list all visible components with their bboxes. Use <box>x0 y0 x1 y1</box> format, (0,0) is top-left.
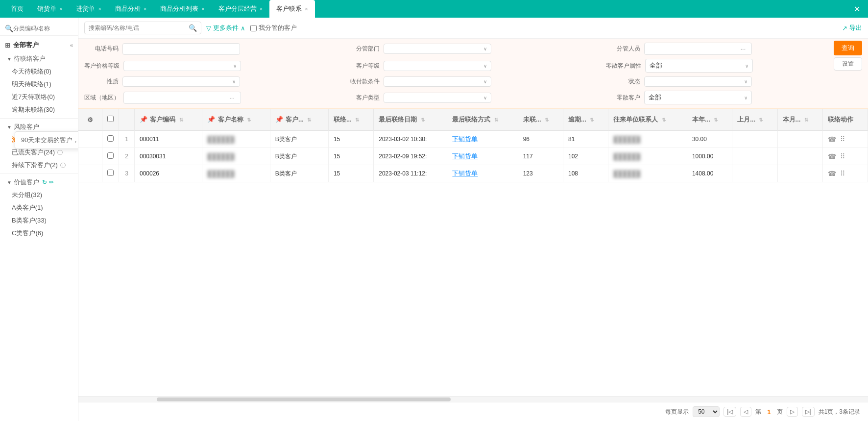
customer-price-grade-select[interactable]: ∨ <box>123 61 241 71</box>
customer-type-select[interactable]: ∨ <box>384 93 491 103</box>
contact-action-icon[interactable]: ☎ <box>828 135 836 143</box>
code-sort-icon[interactable]: ⇅ <box>179 117 183 123</box>
zero-customer-select[interactable]: 全部 ∨ <box>644 91 752 104</box>
code-col-header[interactable]: 📌 客户编码 ⇅ <box>135 109 202 131</box>
contact-col-header[interactable]: 联络... ⇅ <box>328 109 373 131</box>
name-sort-icon[interactable]: ⇅ <box>247 117 251 123</box>
first-page-btn[interactable]: |◁ <box>723 407 736 417</box>
row-checkbox-1[interactable] <box>107 152 114 159</box>
sidebar-item-c-class[interactable]: C类客户(6) <box>0 227 78 240</box>
uc-sort-icon[interactable]: ⇅ <box>545 117 549 123</box>
last-month-col-header[interactable]: 上月... ⇅ <box>732 109 777 131</box>
sidebar-item-today[interactable]: 今天待联络(0) <box>0 65 78 78</box>
tab-purchase-order[interactable]: 进货单 × <box>69 0 108 18</box>
status-select[interactable]: ∨ <box>644 76 752 87</box>
tab-customer-contact-close[interactable]: × <box>305 6 308 12</box>
sidebar-item-unclassified[interactable]: 未分组(32) <box>0 189 78 201</box>
overdue-col-header[interactable]: 逾期... ⇅ <box>563 109 608 131</box>
this-month-col-header[interactable]: 本月... ⇅ <box>777 109 822 131</box>
sidebar-all-customers[interactable]: ⊞ 全部客户 « <box>0 38 78 52</box>
more-action-icon[interactable]: ⠿ <box>840 135 845 143</box>
window-close-button[interactable]: ✕ <box>850 4 864 14</box>
lcm-sort-icon[interactable]: ⇅ <box>494 117 498 123</box>
ty-sort-icon[interactable]: ⇅ <box>714 117 718 123</box>
sidebar-group-pending[interactable]: ▼ 待联络客户 <box>0 52 78 65</box>
manager-dots[interactable]: ··· <box>739 45 748 52</box>
row-checkbox-0[interactable] <box>107 135 114 142</box>
scrollbar-thumb[interactable] <box>157 397 451 401</box>
last-contact-method-link[interactable]: 下销货单 <box>452 135 478 143</box>
filter-search-input[interactable] <box>89 25 187 31</box>
tab-customer-tier-close[interactable]: × <box>260 6 263 12</box>
tab-product-analysis-list[interactable]: 商品分析列表 × <box>153 0 211 18</box>
last-contact-method-cell[interactable]: 下销货单 <box>447 165 518 182</box>
sidebar-item-7days[interactable]: 近7天待联络(0) <box>0 91 78 103</box>
sidebar-item-b-class[interactable]: B类客户(33) <box>0 214 78 227</box>
settings-button[interactable]: 设置 <box>834 57 862 71</box>
value-edit-icon[interactable]: ✏ <box>49 179 54 186</box>
tab-customer-contact[interactable]: 客户联系 × <box>269 0 314 18</box>
lcd-sort-icon[interactable]: ⇅ <box>421 117 425 123</box>
partner-contact-col-header[interactable]: 往来单位联系人 ⇅ <box>608 109 687 131</box>
checkbox-cell[interactable] <box>102 165 119 182</box>
phone-input[interactable] <box>122 43 240 55</box>
query-button[interactable]: 查询 <box>834 41 862 55</box>
checkbox-cell[interactable] <box>102 148 119 165</box>
sidebar-item-a-class[interactable]: A类客户(1) <box>0 201 78 214</box>
sidebar-group-value[interactable]: ▼ 价值客户 ↻ ✏ <box>0 176 78 189</box>
sidebar-item-tomorrow[interactable]: 明天待联络(1) <box>0 78 78 91</box>
tm-sort-icon[interactable]: ⇅ <box>804 117 808 123</box>
type-sort-icon[interactable]: ⇅ <box>307 117 311 123</box>
last-contact-method-cell[interactable]: 下销货单 <box>447 148 518 165</box>
region-select[interactable]: ··· <box>123 92 241 104</box>
type-col-header[interactable]: 📌 客户... ⇅ <box>270 109 328 131</box>
sidebar-item-overdue[interactable]: 逾期未联络(30) <box>0 103 78 116</box>
pc-sort-icon[interactable]: ⇅ <box>662 117 666 123</box>
gender-select[interactable]: ∨ <box>122 76 240 87</box>
manager-select[interactable]: ··· <box>644 43 752 55</box>
contact-action-icon[interactable]: ☎ <box>828 152 836 160</box>
select-all-checkbox[interactable] <box>107 116 114 122</box>
my-customers-checkbox[interactable]: 我分管的客户 <box>250 24 297 32</box>
customer-grade-select[interactable]: ∨ <box>384 61 491 71</box>
table-settings-icon[interactable]: ⚙ <box>83 113 97 126</box>
tab-product-analysis-close[interactable]: × <box>144 6 146 12</box>
tab-product-analysis[interactable]: 商品分析 × <box>108 0 153 18</box>
more-action-icon[interactable]: ⠿ <box>840 152 845 160</box>
filter-more-btn[interactable]: ▽ 更多条件 ∧ <box>206 24 245 32</box>
last-contact-method-cell[interactable]: 下销货单 <box>447 131 518 148</box>
my-customers-check[interactable] <box>250 25 257 31</box>
tab-home[interactable]: 首页 <box>4 0 30 18</box>
value-refresh-icon[interactable]: ↻ <box>42 179 47 186</box>
name-col-header[interactable]: 📌 客户名称 ⇅ <box>202 109 270 131</box>
last-page-btn[interactable]: ▷| <box>802 407 815 417</box>
contact-action-icon[interactable]: ☎ <box>828 170 836 177</box>
filter-search-icon[interactable]: 🔍 <box>189 24 197 32</box>
checkbox-col-header[interactable] <box>102 109 119 131</box>
region-dots[interactable]: ··· <box>227 94 237 101</box>
sidebar-item-declining[interactable]: 持续下滑客户(2) ⓘ <box>0 159 78 172</box>
last-contact-date-col-header[interactable]: 最后联络日期 ⇅ <box>374 109 447 131</box>
more-action-icon[interactable]: ⠿ <box>840 170 845 177</box>
last-contact-method-col-header[interactable]: 最后联络方式 ⇅ <box>447 109 518 131</box>
settings-col-header[interactable]: ⚙ <box>78 109 102 131</box>
dept-select[interactable]: ∨ <box>384 44 491 54</box>
tab-product-analysis-list-close[interactable]: × <box>201 6 204 12</box>
tab-sales-order[interactable]: 销货单 × <box>30 0 69 18</box>
this-year-col-header[interactable]: 本年... ⇅ <box>687 109 732 131</box>
tab-sales-order-close[interactable]: × <box>59 6 62 12</box>
uncontacted-col-header[interactable]: 未联... ⇅ <box>518 109 563 131</box>
last-contact-method-link[interactable]: 下销货单 <box>452 170 478 177</box>
zero-customer-attr-select[interactable]: 全部 ∨ <box>645 59 753 73</box>
prev-page-btn[interactable]: ◁ <box>740 407 751 417</box>
lm-sort-icon[interactable]: ⇅ <box>759 117 763 123</box>
tab-purchase-order-close[interactable]: × <box>98 6 101 12</box>
row-checkbox-2[interactable] <box>107 170 114 176</box>
od-sort-icon[interactable]: ⇅ <box>590 117 594 123</box>
horizontal-scrollbar[interactable] <box>78 396 868 402</box>
contact-sort-icon[interactable]: ⇅ <box>355 117 359 123</box>
export-btn[interactable]: ↗ 导出 <box>842 24 862 32</box>
next-page-btn[interactable]: ▷ <box>787 407 798 417</box>
sidebar-search-input[interactable] <box>13 25 78 32</box>
checkbox-cell[interactable] <box>102 131 119 148</box>
